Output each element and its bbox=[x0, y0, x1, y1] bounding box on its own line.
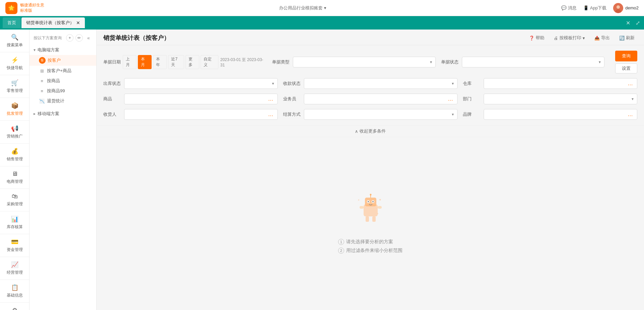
sidebar-item-search[interactable]: 🔍 搜索菜单 bbox=[0, 30, 29, 52]
avatar bbox=[613, 3, 623, 13]
sales-icon: 💰 bbox=[11, 148, 18, 155]
refresh-icon: 🔄 bbox=[619, 36, 625, 41]
sidebar-item-operation[interactable]: 📈 经营管理 bbox=[0, 257, 29, 280]
return-stats-icon: 📉 bbox=[39, 98, 45, 104]
filter-recipient: 收货人 … bbox=[103, 109, 278, 120]
warehouse-select[interactable]: … bbox=[484, 78, 637, 89]
out-status-select[interactable]: ▾ bbox=[124, 78, 278, 89]
goods-select[interactable]: … bbox=[124, 94, 278, 104]
customer-scheme-icon: 客 bbox=[39, 57, 46, 64]
svg-point-8 bbox=[372, 201, 374, 202]
message-button[interactable]: 💬 消息 bbox=[561, 5, 577, 11]
sidebar-item-marketing[interactable]: 📢 营销推广 bbox=[0, 121, 29, 144]
collapse-panel-button[interactable]: « bbox=[85, 34, 92, 42]
settings-button[interactable]: 设置 bbox=[615, 63, 637, 73]
user-area[interactable]: demo2 bbox=[613, 3, 639, 13]
finance-icon: 💳 bbox=[11, 238, 18, 246]
date-tab-7days[interactable]: 近7天 bbox=[168, 55, 184, 69]
tree-parent-pc[interactable]: ▾ 电脑端方案 bbox=[30, 45, 96, 55]
logo-area: 🌟 畅捷通好生意 标准版 bbox=[5, 2, 44, 14]
sidebar-item-inventory[interactable]: 📊 库存核算 bbox=[0, 211, 29, 234]
message-icon: 💬 bbox=[561, 5, 567, 10]
sidebar-item-sales[interactable]: 💰 销售管理 bbox=[0, 144, 29, 166]
print-button[interactable]: 🖨 按模板打印 ▾ bbox=[551, 34, 588, 42]
search-icon: 🔍 bbox=[11, 34, 18, 41]
filter-salesperson: 业务员 … bbox=[283, 94, 458, 104]
tab-report[interactable]: 销货单统计表（按客户） ✕ bbox=[21, 17, 85, 28]
filter-row-4: 收货人 … 结算方式 ▾ bbox=[103, 109, 637, 120]
close-window-icon[interactable]: ✕ bbox=[625, 18, 632, 28]
svg-rect-14 bbox=[378, 206, 382, 209]
tree-child-by-customer[interactable]: 客 按客户 bbox=[30, 55, 96, 66]
date-tab-more[interactable]: 更多 bbox=[185, 55, 199, 69]
filter-department: 部门 ▾ bbox=[463, 94, 637, 104]
ecom-icon: 🖥 bbox=[12, 170, 18, 177]
tree-section-pc: ▾ 电脑端方案 客 按客户 ⊞ 按客户+商品 ≡ 按商品 bbox=[30, 44, 96, 107]
industry-selector[interactable]: 办公用品行业模拟账套 ▾ bbox=[276, 4, 329, 12]
settlement-select[interactable]: ▾ bbox=[304, 109, 458, 120]
tree-child-by-goods99[interactable]: ≡ 按商品99 bbox=[30, 86, 96, 96]
edit-scheme-button[interactable]: ✏ bbox=[75, 34, 83, 42]
content-area: 按以下方案查询 + ✏ « ▾ 电脑端方案 客 bbox=[30, 30, 644, 310]
empty-icon: ✦ ✦ ✦ bbox=[350, 191, 390, 232]
doc-type-chevron-icon: ▾ bbox=[430, 60, 432, 64]
export-button[interactable]: 📤 导出 bbox=[592, 34, 612, 42]
filter-collect-status: 收款状态 ▾ bbox=[283, 78, 458, 89]
help-button[interactable]: ❓ 帮助 bbox=[526, 34, 547, 42]
filter-settlement: 结算方式 ▾ bbox=[283, 109, 458, 120]
collapse-icon: ∧ bbox=[355, 129, 358, 134]
system-icon: ⚙ bbox=[12, 307, 17, 310]
sidebar-item-finance[interactable]: 💳 资金管理 bbox=[0, 234, 29, 257]
top-header: 🌟 畅捷通好生意 标准版 办公用品行业模拟账套 ▾ 💬 消息 📱 App下载 bbox=[0, 0, 644, 16]
tab-bar-actions: ✕ ⤢ bbox=[625, 18, 641, 28]
brand-select[interactable]: … bbox=[484, 109, 637, 120]
nav-icon: ⚡ bbox=[11, 56, 18, 64]
refresh-button[interactable]: 🔄 刷新 bbox=[616, 34, 637, 42]
sidebar-item-nav[interactable]: ⚡ 快捷导航 bbox=[0, 52, 29, 75]
salesperson-select[interactable]: … bbox=[304, 94, 458, 104]
doc-status-select[interactable]: ▾ bbox=[462, 57, 604, 67]
department-select[interactable]: ▾ bbox=[484, 94, 637, 104]
add-scheme-button[interactable]: + bbox=[66, 34, 73, 42]
tree-child-by-customer-goods[interactable]: ⊞ 按客户+商品 bbox=[30, 66, 96, 76]
query-button[interactable]: 查询 bbox=[615, 51, 637, 61]
tab-close-icon[interactable]: ✕ bbox=[76, 20, 80, 25]
tree-section-mobile: ▸ 移动端方案 bbox=[30, 107, 96, 120]
sidebar-item-system[interactable]: ⚙ 系统管理 bbox=[0, 303, 29, 310]
date-tab-this-month[interactable]: 本月 bbox=[138, 55, 152, 69]
sidebar-item-purchase[interactable]: 🛍 采购管理 bbox=[0, 189, 29, 211]
filter-out-status: 出库状态 ▾ bbox=[103, 78, 278, 89]
date-tab-last-month[interactable]: 上月 bbox=[123, 55, 137, 69]
inventory-icon: 📊 bbox=[11, 215, 18, 223]
svg-rect-13 bbox=[360, 206, 364, 209]
left-panel: 按以下方案查询 + ✏ « ▾ 电脑端方案 客 bbox=[30, 30, 97, 310]
date-tab-custom[interactable]: 自定义 bbox=[201, 55, 218, 69]
query-section: 查询 设置 bbox=[615, 51, 637, 73]
svg-rect-12 bbox=[372, 216, 376, 222]
restore-window-icon[interactable]: ⤢ bbox=[634, 18, 641, 28]
tree-child-by-goods[interactable]: ≡ 按商品 bbox=[30, 76, 96, 86]
app-download-button[interactable]: 📱 App下载 bbox=[583, 5, 606, 11]
doc-type-select[interactable]: ▾ bbox=[293, 57, 435, 67]
date-tab-this-year[interactable]: 本年 bbox=[153, 55, 167, 69]
print-icon: 🖨 bbox=[554, 36, 558, 41]
sidebar-item-retail[interactable]: 🛒 零售管理 bbox=[0, 75, 29, 98]
collect-status-select[interactable]: ▾ bbox=[304, 78, 458, 89]
tab-home[interactable]: 首页 bbox=[3, 17, 21, 28]
tree-parent-mobile[interactable]: ▸ 移动端方案 bbox=[30, 109, 96, 119]
empty-state: ✦ ✦ ✦ 1 请先选择要分析的方案 2 用过 bbox=[97, 137, 644, 310]
sidebar-item-ecom[interactable]: 🖥 电商管理 bbox=[0, 166, 29, 189]
tree-child-return-stats[interactable]: 📉 退货统计 bbox=[30, 96, 96, 106]
filter-warehouse: 仓库 … bbox=[463, 78, 637, 89]
sidebar-item-basic[interactable]: 📋 基础信息 bbox=[0, 280, 29, 303]
empty-hint-1: 1 请先选择要分析的方案 2 用过滤条件来缩小分析范围 bbox=[338, 239, 402, 256]
date-filter: 单据日期 上月 本月 本年 近7天 更多 自定义 2023-03-01 至 20… bbox=[103, 55, 267, 69]
sidebar-item-wholesale[interactable]: 📦 批发管理 bbox=[0, 98, 29, 121]
export-icon: 📤 bbox=[594, 36, 600, 41]
app-icon: 📱 bbox=[583, 5, 589, 10]
tree-toggle-mobile-icon: ▸ bbox=[34, 111, 36, 116]
collapse-bar[interactable]: ∧ 收起更多条件 bbox=[97, 125, 644, 137]
purchase-icon: 🛍 bbox=[12, 193, 18, 200]
department-chevron-icon: ▾ bbox=[632, 97, 634, 101]
recipient-select[interactable]: … bbox=[124, 109, 278, 120]
